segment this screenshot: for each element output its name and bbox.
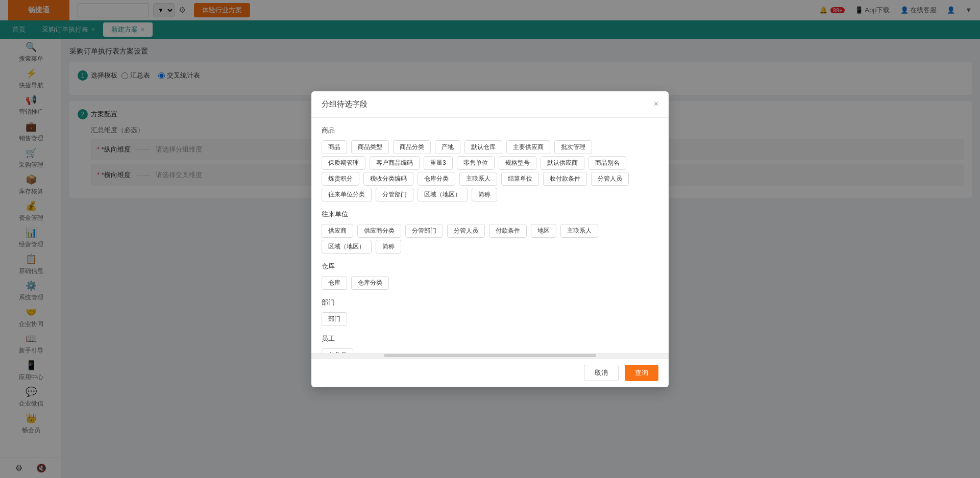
confirm-button[interactable]: 查询	[625, 365, 658, 381]
section-title-warehouse: 仓库	[322, 262, 658, 271]
hscroll-thumb	[384, 354, 596, 357]
field-tag[interactable]: 商品类型	[351, 140, 389, 154]
fields-partner: 供应商 供应商分类 分管部门 分管人员 付款条件 地区 主联系人	[322, 224, 658, 238]
field-tag[interactable]: 税收分类编码	[363, 172, 413, 186]
fields-partner-2: 区域（地区） 简称	[322, 240, 658, 254]
fields-dept: 部门	[322, 312, 658, 326]
field-tag[interactable]: 业务员	[322, 348, 353, 354]
cancel-button[interactable]: 取消	[584, 365, 619, 381]
modal-footer: 取消 查询	[311, 358, 669, 387]
field-tag[interactable]: 区域（地区）	[418, 188, 468, 202]
field-tag[interactable]: 部门	[322, 312, 347, 326]
modal-hscroll[interactable]	[311, 353, 669, 358]
field-tag[interactable]: 简称	[472, 188, 497, 202]
field-tag[interactable]: 分管部门	[376, 188, 413, 202]
field-tag[interactable]: 往来单位分类	[322, 188, 372, 202]
section-title-partner: 往来单位	[322, 210, 658, 219]
modal-title: 分组待选字段	[322, 99, 368, 109]
fields-goods-3: 炼货积分 税收分类编码 仓库分类 主联系人 结算单位 收付款条件 分管人员	[322, 172, 658, 186]
field-tag[interactable]: 商品别名	[589, 156, 626, 170]
field-tag[interactable]: 付款条件	[489, 224, 527, 238]
fields-goods-4: 往来单位分类 分管部门 区域（地区） 简称	[322, 188, 658, 202]
field-tag[interactable]: 炼货积分	[322, 172, 359, 186]
fields-goods: 商品 商品类型 商品分类 产地 默认仓库 主要供应商 批次管理	[322, 140, 658, 154]
field-tag[interactable]: 零售单位	[457, 156, 495, 170]
field-tag[interactable]: 分管人员	[591, 172, 629, 186]
field-select-modal: 分组待选字段 × 商品 商品 商品类型 商品分类 产地 默认仓库 主要供应商 批…	[311, 91, 669, 387]
field-tag[interactable]: 供应商分类	[357, 224, 401, 238]
field-tag[interactable]: 供应商	[322, 224, 353, 238]
field-tag[interactable]: 批次管理	[554, 140, 592, 154]
fields-goods-2: 保质期管理 客户商品编码 重量3 零售单位 规格型号 默认供应商 商品别名	[322, 156, 658, 170]
fields-staff: 业务员	[322, 348, 658, 354]
field-tag[interactable]: 保质期管理	[322, 156, 365, 170]
field-tag[interactable]: 默认供应商	[541, 156, 584, 170]
field-tag[interactable]: 商品分类	[393, 140, 431, 154]
field-tag[interactable]: 简称	[376, 240, 401, 254]
field-tag[interactable]: 结算单位	[501, 172, 539, 186]
field-tag[interactable]: 产地	[435, 140, 460, 154]
field-tag[interactable]: 区域（地区）	[322, 240, 372, 254]
section-title-dept: 部门	[322, 298, 658, 307]
modal-close-btn[interactable]: ×	[654, 100, 658, 108]
field-tag[interactable]: 仓库	[322, 276, 347, 290]
modal-header: 分组待选字段 ×	[311, 91, 669, 118]
section-title-staff: 员工	[322, 334, 658, 343]
field-tag[interactable]: 仓库分类	[351, 276, 389, 290]
modal-overlay[interactable]: 分组待选字段 × 商品 商品 商品类型 商品分类 产地 默认仓库 主要供应商 批…	[0, 0, 980, 478]
field-tag[interactable]: 分管人员	[447, 224, 485, 238]
field-tag[interactable]: 收付款条件	[543, 172, 587, 186]
section-title-goods: 商品	[322, 126, 658, 135]
field-tag[interactable]: 默认仓库	[464, 140, 502, 154]
field-tag[interactable]: 主联系人	[459, 172, 497, 186]
field-tag[interactable]: 客户商品编码	[370, 156, 420, 170]
field-tag[interactable]: 商品	[322, 140, 347, 154]
field-tag[interactable]: 主要供应商	[506, 140, 550, 154]
fields-warehouse: 仓库 仓库分类	[322, 276, 658, 290]
field-tag[interactable]: 规格型号	[499, 156, 536, 170]
field-tag[interactable]: 分管部门	[405, 224, 443, 238]
field-tag[interactable]: 主联系人	[560, 224, 598, 238]
field-tag[interactable]: 地区	[531, 224, 556, 238]
modal-body: 商品 商品 商品类型 商品分类 产地 默认仓库 主要供应商 批次管理 保质期管理…	[311, 118, 669, 354]
field-tag[interactable]: 仓库分类	[418, 172, 455, 186]
field-tag[interactable]: 重量3	[424, 156, 453, 170]
